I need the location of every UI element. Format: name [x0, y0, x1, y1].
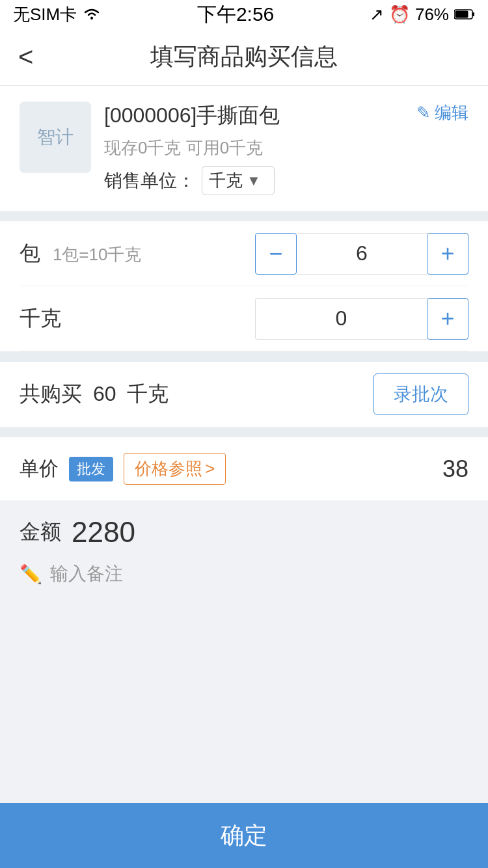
kilogram-plus-button[interactable]: + — [427, 298, 468, 340]
pencil-icon: ✏️ — [20, 563, 42, 585]
edit-label: 编辑 — [435, 102, 468, 124]
unit-value: 千克 — [209, 169, 243, 192]
svg-rect-2 — [472, 12, 474, 16]
summary-quantity: 60 — [93, 382, 116, 405]
price-value: 38 — [442, 455, 468, 483]
remark-row[interactable]: ✏️ 输入备注 — [20, 562, 468, 599]
price-label: 单价 — [20, 455, 59, 482]
kilogram-row: 千克 + — [20, 286, 468, 351]
amount-value: 2280 — [72, 516, 135, 549]
package-label-text: 包 — [20, 241, 40, 265]
svg-point-0 — [90, 17, 93, 20]
location-icon: ↗ — [370, 5, 384, 25]
kilogram-label: 千克 — [20, 305, 255, 333]
kilogram-input[interactable] — [255, 298, 427, 340]
status-time: 下午2:56 — [197, 1, 274, 28]
amount-section: 金额 2280 ✏️ 输入备注 — [0, 500, 488, 599]
package-controls: − + — [255, 233, 468, 275]
battery-icon — [454, 5, 475, 25]
product-stock: 现存0千克 可用0千克 — [104, 137, 403, 159]
summary-text: 共购买 60 千克 — [20, 380, 373, 409]
status-right: ↗ ⏰ 76% — [370, 5, 475, 25]
separator-1 — [0, 211, 488, 221]
alarm-icon: ⏰ — [389, 5, 410, 25]
package-hint: 1包=10千克 — [53, 245, 142, 264]
package-label: 包 1包=10千克 — [20, 239, 255, 268]
confirm-button-label: 确定 — [221, 820, 267, 852]
product-card: 智计 [0000006]手撕面包 现存0千克 可用0千克 销售单位： 千克 ▼ … — [0, 86, 488, 211]
package-input[interactable] — [297, 233, 427, 275]
wifi-icon — [82, 5, 102, 25]
separator-3 — [0, 427, 488, 437]
product-edit-button[interactable]: ✎ 编辑 — [416, 102, 468, 124]
summary-prefix: 共购买 — [20, 382, 82, 405]
price-section: 单价 批发 价格参照 > 38 — [0, 437, 488, 500]
status-bar: 无SIM卡 下午2:56 ↗ ⏰ 76% — [0, 0, 488, 29]
separator-2 — [0, 351, 488, 362]
product-name: [0000006]手撕面包 — [104, 102, 403, 130]
back-button[interactable]: < — [18, 42, 33, 72]
unit-select[interactable]: 千克 ▼ — [202, 166, 275, 195]
price-ref-label: 价格参照 — [135, 457, 202, 480]
amount-label: 金额 — [20, 518, 61, 547]
carrier-text: 无SIM卡 — [13, 3, 77, 26]
package-row: 包 1包=10千克 − + — [20, 221, 468, 286]
remark-placeholder: 输入备注 — [50, 562, 123, 586]
price-badge: 批发 — [69, 457, 113, 481]
package-plus-button[interactable]: + — [427, 233, 468, 275]
summary-section: 共购买 60 千克 录批次 — [0, 362, 488, 427]
product-info: [0000006]手撕面包 现存0千克 可用0千克 销售单位： 千克 ▼ — [104, 102, 403, 195]
unit-label: 销售单位： — [104, 169, 195, 193]
page-title: 填写商品购买信息 — [150, 41, 338, 73]
kilogram-controls: + — [255, 298, 468, 340]
price-ref-arrow: > — [205, 459, 215, 479]
product-image: 智计 — [20, 102, 91, 173]
status-left: 无SIM卡 — [13, 3, 102, 26]
product-unit-row: 销售单位： 千克 ▼ — [104, 166, 403, 195]
package-minus-button[interactable]: − — [255, 233, 297, 275]
batch-button[interactable]: 录批次 — [373, 373, 468, 415]
edit-icon: ✎ — [416, 103, 431, 123]
confirm-bar[interactable]: 确定 — [0, 803, 488, 868]
package-section: 包 1包=10千克 − + — [0, 221, 488, 286]
kilogram-section: 千克 + — [0, 286, 488, 351]
nav-bar: < 填写商品购买信息 — [0, 29, 488, 86]
kilogram-label-text: 千克 — [20, 306, 61, 330]
amount-row: 金额 2280 — [20, 516, 468, 549]
summary-unit: 千克 — [127, 382, 169, 405]
product-logo: 智计 — [37, 125, 74, 150]
price-ref-button[interactable]: 价格参照 > — [124, 453, 226, 485]
svg-rect-3 — [455, 10, 468, 18]
unit-dropdown-arrow: ▼ — [247, 172, 261, 189]
battery-text: 76% — [415, 5, 449, 25]
